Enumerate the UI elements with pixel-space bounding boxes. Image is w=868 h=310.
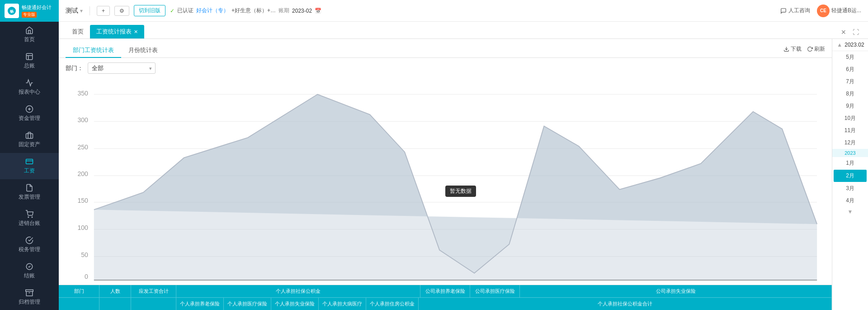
- th-empty2: [99, 298, 131, 310]
- th-company-pension: 公司承担养老保险: [420, 285, 470, 297]
- sidebar-item-invoice[interactable]: 发票管理: [0, 179, 59, 205]
- sidebar-label-report: 报表中心: [19, 88, 40, 96]
- table-header-row2: 个人承担养老保险 个人承担医疗保险 个人承担失业保险 个人承担大病医疗 个人承担…: [59, 298, 832, 310]
- th-p-unemploy: 个人承担失业保险: [271, 298, 319, 310]
- sidebar-item-archive[interactable]: 归档管理: [0, 284, 59, 310]
- th-p-housing: 个人承担住房公积金: [366, 298, 419, 310]
- date-prev-btn[interactable]: ▲: [836, 42, 843, 48]
- dropdown-icon[interactable]: ▾: [80, 8, 83, 14]
- th-empty3: [131, 298, 176, 310]
- date-2-active[interactable]: 2月: [834, 170, 867, 182]
- switch-view-button[interactable]: 切到旧版: [134, 5, 165, 16]
- topbar-badges: ✓ 已认证 好会计（专） +好生意（标）+… 账期 2023-02 📅: [170, 7, 321, 14]
- project-name: 测试 ▾: [66, 7, 83, 15]
- svg-text:300: 300: [77, 116, 88, 124]
- department-filter-wrapper: 全部: [88, 62, 156, 74]
- period-label: 账期: [278, 7, 289, 14]
- sidebar-item-salary[interactable]: 工资: [0, 153, 59, 179]
- tab-actions: 下载 刷新: [783, 45, 825, 56]
- date-1[interactable]: 1月: [832, 157, 868, 169]
- svg-text:100: 100: [77, 224, 88, 231]
- th-department: 部门: [59, 285, 99, 297]
- th-p-critical-illness: 个人承担大病医疗: [319, 298, 366, 310]
- table-header-row1: 部门 人数 应发工资合计 个人承担社保公积金 公司承担养老保险: [59, 285, 832, 298]
- settings-button[interactable]: ⚙: [114, 6, 129, 16]
- sidebar-item-purchase[interactable]: 进销台账: [0, 205, 59, 232]
- sidebar-item-asset[interactable]: 固定资产: [0, 127, 59, 153]
- th-company-medical: 公司承担医疗保险: [470, 285, 520, 297]
- date-5[interactable]: 5月: [832, 51, 868, 63]
- department-select[interactable]: 全部: [88, 62, 156, 74]
- tab-home[interactable]: 首页: [66, 25, 90, 38]
- expand-modal-button[interactable]: ⛶: [850, 28, 861, 37]
- tab-close-icon[interactable]: ✕: [134, 29, 138, 35]
- sidebar-label-asset: 固定资产: [19, 141, 40, 148]
- filter-bar: 部门： 全部: [59, 58, 832, 78]
- date-7[interactable]: 7月: [832, 76, 868, 88]
- sidebar-item-tax[interactable]: 税务管理: [0, 232, 59, 258]
- user-profile[interactable]: CE 轻捷通B运...: [817, 5, 861, 17]
- sub-tab-department[interactable]: 部门工资统计表: [66, 43, 121, 58]
- certified-badge: 已认证: [177, 7, 193, 14]
- sidebar-item-report[interactable]: 报表中心: [0, 74, 59, 100]
- svg-text:150: 150: [77, 197, 88, 204]
- svg-rect-9: [26, 159, 33, 164]
- close-modal-button[interactable]: ✕: [839, 28, 849, 37]
- svg-rect-8: [26, 134, 33, 138]
- calendar-icon[interactable]: 📅: [315, 8, 321, 14]
- date-header: ▲ 2023.02: [832, 39, 868, 51]
- sidebar-item-ledger[interactable]: 总账: [0, 48, 59, 74]
- refresh-button[interactable]: 刷新: [807, 45, 825, 53]
- svg-text:350: 350: [77, 90, 88, 97]
- download-label: 下载: [791, 45, 802, 53]
- chart-svg: 350 300 250 200 150 100 50 0: [68, 83, 823, 285]
- th-company-unemploy: 公司承担失业保险: [520, 285, 832, 297]
- business-badge: +好生意（标）+…: [231, 7, 276, 14]
- tabbar: 首页 工资统计报表 ✕ ✕ ⛶: [59, 22, 868, 39]
- date-12[interactable]: 12月: [832, 137, 868, 149]
- date-8[interactable]: 8月: [832, 88, 868, 100]
- app-badge: 专业版: [22, 12, 37, 18]
- date-year-2023: 2023: [832, 149, 868, 157]
- date-panel: ▲ 2023.02 5月 6月 7月 8月 9月 10月 11月 12月 202…: [832, 39, 868, 310]
- sidebar-item-checkout[interactable]: 结账: [0, 258, 59, 284]
- download-button[interactable]: 下载: [783, 45, 802, 53]
- add-button[interactable]: +: [97, 6, 110, 16]
- tab-salary-report[interactable]: 工资统计报表 ✕: [90, 25, 144, 38]
- main-container: 测试 ▾ + ⚙ 切到旧版 ✓ 已认证 好会计（专） +好生意（标）+… 账期 …: [59, 0, 868, 310]
- date-10[interactable]: 10月: [832, 112, 868, 124]
- sidebar-item-home[interactable]: 首页: [0, 22, 59, 48]
- sidebar-label-ledger: 总账: [24, 62, 35, 70]
- sub-tab-monthly[interactable]: 月份统计表: [121, 43, 165, 58]
- period-value: 2023-02: [292, 8, 312, 14]
- date-4[interactable]: 4月: [832, 195, 868, 207]
- sidebar-label-archive: 归档管理: [19, 298, 40, 306]
- date-11[interactable]: 11月: [832, 124, 868, 137]
- main-panel: 部门工资统计表 月份统计表 下载 刷新 部: [59, 39, 832, 310]
- chart-area: 350 300 250 200 150 100 50 0: [59, 78, 832, 285]
- svg-rect-2: [26, 53, 33, 60]
- assistant-button[interactable]: 人工咨询: [780, 7, 810, 14]
- th-salary-total: 应发工资合计: [131, 285, 176, 297]
- sub-tabbar: 部门工资统计表 月份统计表 下载 刷新: [59, 39, 832, 58]
- chart-tooltip: 暂无数据: [445, 186, 476, 197]
- app-name: 畅捷通好会计: [22, 4, 52, 11]
- svg-point-12: [32, 217, 33, 218]
- th-p-pension: 个人承担养老保险: [176, 298, 224, 310]
- date-9[interactable]: 9月: [832, 100, 868, 112]
- date-6[interactable]: 6月: [832, 63, 868, 76]
- filter-label: 部门：: [66, 64, 83, 72]
- sidebar-label-salary: 工资: [24, 167, 35, 175]
- sidebar-item-fund[interactable]: 资金管理: [0, 100, 59, 127]
- th-p-total: 个人承担社保公积金合计: [419, 298, 832, 310]
- tab-salary-label: 工资统计报表: [96, 28, 132, 36]
- date-3[interactable]: 3月: [832, 182, 868, 195]
- logo-icon: 畅: [5, 4, 19, 18]
- content-area: 部门工资统计表 月份统计表 下载 刷新 部: [59, 39, 868, 310]
- th-count: 人数: [99, 285, 131, 297]
- sidebar-label-purchase: 进销台账: [19, 219, 40, 227]
- sidebar-label-invoice: 发票管理: [19, 193, 40, 201]
- refresh-label: 刷新: [814, 45, 825, 53]
- date-next-btn[interactable]: ▼: [847, 209, 854, 215]
- svg-rect-13: [26, 290, 33, 291]
